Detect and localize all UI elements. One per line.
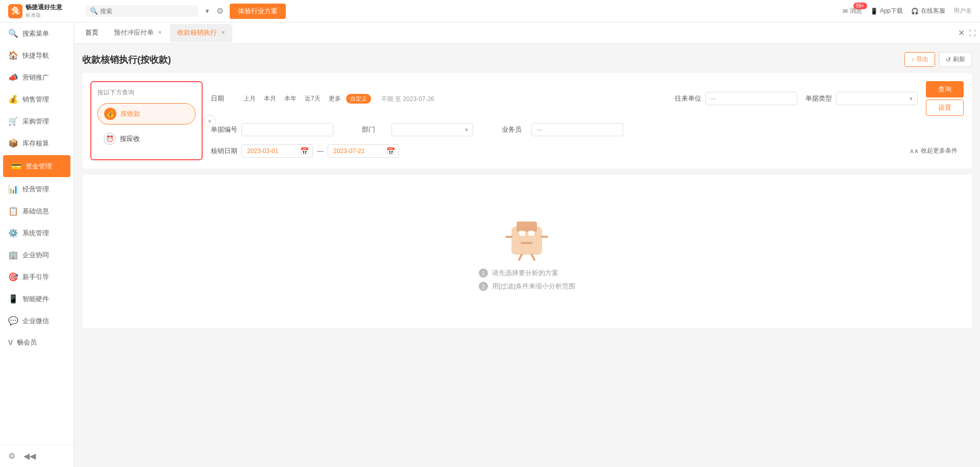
chevron-down-icon[interactable]: ▼ (204, 8, 210, 15)
cancel-date-field: 核销日期 📅 — 📅 (211, 144, 399, 158)
svg-line-7 (519, 255, 522, 260)
guide-icon: 🎯 (8, 272, 18, 282)
tab-home[interactable]: 首页 (78, 24, 106, 42)
sidebar-item-vip[interactable]: V 畅会员 (0, 332, 74, 353)
quick-nav-icon: 🏠 (8, 51, 18, 60)
logo-area: 兔 畅捷通好生意 标准版 (8, 3, 80, 19)
counterpart-input[interactable]: ··· (705, 92, 797, 105)
industry-solution-button[interactable]: 体验行业方案 (230, 4, 286, 19)
voucher-type-select[interactable] (836, 92, 918, 105)
sidebar-item-guide[interactable]: 🎯 新手引导 (0, 266, 74, 288)
date-shortcut-this-year[interactable]: 本年 (281, 93, 300, 104)
settings-button[interactable]: 设置 (926, 100, 964, 116)
inventory-icon: 📦 (8, 138, 18, 148)
tip-1-number: 1 (479, 268, 488, 278)
calendar-start-icon[interactable]: 📅 (300, 147, 309, 155)
date-range-text: 不限 至 2023-07-26 (381, 95, 434, 104)
receivable-method-icon: ⏰ (104, 133, 116, 145)
query-method-by-receivable[interactable]: ⏰ 按应收 (97, 129, 195, 149)
page-title: 收款核销执行(按收款) (82, 54, 171, 66)
wechat-icon: 💬 (8, 316, 18, 326)
gear-icon[interactable]: ⚙ (216, 6, 224, 16)
query-button[interactable]: 查询 (926, 81, 964, 97)
date-shortcut-last-month[interactable]: 上月 (240, 93, 259, 104)
refresh-button[interactable]: ↺ 刷新 (939, 52, 972, 67)
tab-prepay[interactable]: 预付冲应付单 ✕ (107, 24, 169, 42)
page-header: 收款核销执行(按收款) ↑ 导出 ↺ 刷新 (82, 52, 972, 67)
tab-collection-cancel-close[interactable]: ✕ (221, 30, 225, 35)
date-shortcut-more[interactable]: 更多 (326, 93, 344, 104)
sidebar-item-capital[interactable]: 💳 资金管理 (3, 155, 70, 177)
sidebar-item-quick-nav[interactable]: 🏠 快捷导航 (0, 44, 74, 66)
date-range-info: 不限 至 2023-07-26 (381, 94, 434, 104)
tab-prepay-close[interactable]: ✕ (158, 30, 162, 35)
svg-rect-3 (528, 231, 534, 236)
cancel-date-end-wrapper: 📅 (328, 144, 399, 158)
sidebar-settings-icon[interactable]: ⚙ (8, 451, 15, 461)
empty-state-tips: 1 请先选择要分析的方案 2 用[过滤]条件来缩小分析范围 (479, 268, 575, 291)
date-separator: — (317, 147, 324, 155)
query-method-by-collection[interactable]: 💰 按收款 (97, 103, 195, 125)
sidebar-item-system[interactable]: ⚙️ 系统管理 (0, 222, 74, 244)
tab-bar-actions: ✕ ⛶ (958, 28, 976, 38)
sidebar-item-wechat[interactable]: 💬 企业微信 (0, 310, 74, 332)
date-shortcut-7days[interactable]: 近7天 (302, 93, 324, 104)
calendar-end-icon[interactable]: 📅 (386, 147, 395, 155)
purchase-icon: 🛒 (8, 116, 18, 126)
sidebar-item-smart-hardware[interactable]: 📱 智能硬件 (0, 288, 74, 310)
sidebar-item-purchase[interactable]: 🛒 采购管理 (0, 110, 74, 132)
app-name: 畅捷通好生意 (26, 3, 62, 12)
close-all-tabs-icon[interactable]: ✕ (958, 28, 965, 38)
collapse-up-icon: ∧∧ (910, 148, 919, 155)
query-panel: 按以下方查询 💰 按收款 ⏰ 按应收 « (82, 73, 972, 168)
svg-rect-2 (519, 231, 525, 236)
dept-label: 部门 (362, 125, 387, 134)
content-area: 首页 预付冲应付单 ✕ 收款核销执行 ✕ ✕ ⛶ 收款核销执行(按收款) (74, 22, 980, 467)
phone-icon: 📱 (870, 8, 878, 15)
cancel-date-start-wrapper: 📅 (241, 144, 313, 158)
staff-input[interactable]: ··· (531, 123, 623, 136)
result-area: 1 请先选择要分析的方案 2 用[过滤]条件来缩小分析范围 (82, 175, 972, 328)
svg-line-8 (532, 255, 534, 260)
query-method-panel: 按以下方查询 💰 按收款 ⏰ 按应收 (90, 81, 203, 160)
basic-info-icon: 📋 (8, 206, 18, 216)
dept-select[interactable] (391, 123, 473, 136)
message-badge: 99+ (853, 3, 867, 9)
online-service-button[interactable]: 🎧 在线客服 (911, 7, 945, 15)
sidebar-item-operation[interactable]: 📊 经营管理 (0, 178, 74, 200)
expand-icon[interactable]: ⛶ (969, 29, 976, 37)
sidebar-item-sales[interactable]: 💰 销售管理 (0, 88, 74, 110)
export-button[interactable]: ↑ 导出 (904, 52, 935, 67)
top-bar-right: ✉ 消息 99+ 📱 App下载 🎧 在线客服 用户名 (843, 7, 972, 15)
date-custom-tag[interactable]: 自定义 (346, 94, 371, 104)
tab-bar: 首页 预付冲应付单 ✕ 收款核销执行 ✕ ✕ ⛶ (74, 22, 980, 44)
voucher-no-label: 单据编号 (211, 125, 237, 134)
user-area[interactable]: 用户名 (953, 7, 972, 15)
sidebar-item-basic-info[interactable]: 📋 基础信息 (0, 200, 74, 222)
sidebar-item-search-menu[interactable]: 🔍 搜索菜单 (0, 22, 74, 44)
top-search-box[interactable]: 🔍 (86, 5, 198, 17)
voucher-no-field: 单据编号 (211, 123, 333, 136)
sidebar-item-marketing[interactable]: 📣 营销推广 (0, 66, 74, 88)
svg-rect-1 (517, 222, 537, 232)
app-download-button[interactable]: 📱 App下载 (870, 7, 903, 15)
query-method-title: 按以下方查询 (97, 88, 195, 97)
cancel-date-label: 核销日期 (211, 146, 237, 156)
date-shortcut-this-month[interactable]: 本月 (261, 93, 279, 104)
search-input[interactable] (100, 8, 194, 15)
tab-collection-cancel[interactable]: 收款核销执行 ✕ (170, 24, 232, 42)
staff-label: 业务员 (502, 125, 527, 134)
enterprise-icon: 🏢 (8, 250, 18, 260)
voucher-no-input[interactable] (241, 123, 333, 136)
collapse-left-icon: « (208, 117, 212, 125)
top-bar: 兔 畅捷通好生意 标准版 🔍 ▼ ⚙ 体验行业方案 ✉ 消息 99+ 📱 App… (0, 0, 980, 22)
collapse-left-button[interactable]: « (204, 115, 216, 127)
collapse-more-button[interactable]: ∧∧ 收起更多条件 (903, 143, 964, 158)
sidebar-item-inventory[interactable]: 📦 库存核算 (0, 132, 74, 154)
page-header-actions: ↑ 导出 ↺ 刷新 (904, 52, 972, 67)
sidebar-collapse-icon[interactable]: ◀◀ (23, 451, 36, 461)
message-button[interactable]: ✉ 消息 99+ (843, 7, 862, 15)
voucher-type-select-wrapper: ▼ (836, 92, 918, 105)
date-label: 日期 (211, 94, 236, 103)
sidebar-item-enterprise[interactable]: 🏢 企业协同 (0, 244, 74, 266)
